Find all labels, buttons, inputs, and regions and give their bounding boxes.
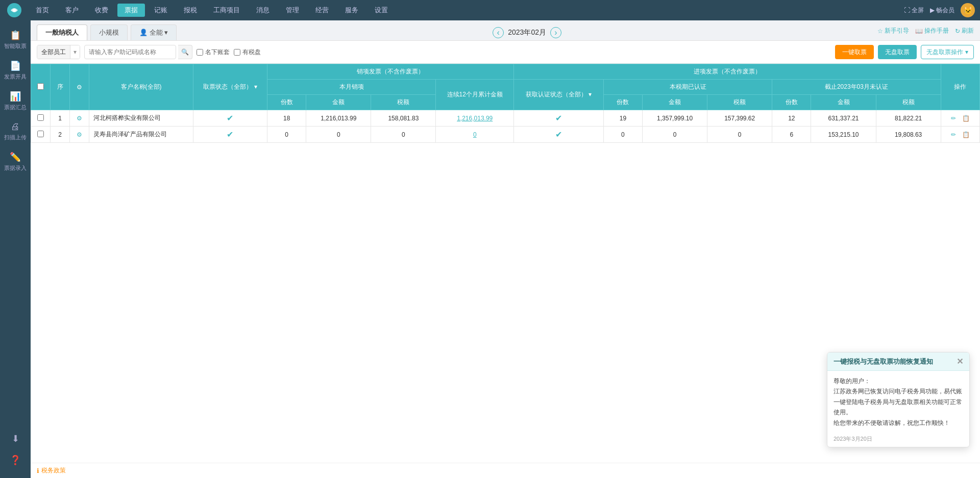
row1-detail-btn[interactable]: 📋 [962,115,970,122]
employee-label: 全部员工 [37,45,70,59]
take-status-filter-icon[interactable]: ▾ [254,83,257,90]
tab-small-scale[interactable]: 小规模 [90,24,128,40]
app-logo [5,1,23,19]
sidebar-download-btn[interactable]: ⬇ [2,429,29,448]
purchase-status-check-icon2: ✔ [555,130,562,139]
nav-invoice[interactable]: 票据 [117,4,145,17]
take-status-check-icon2: ✔ [227,130,233,139]
avatar[interactable]: 🐱 [961,3,975,17]
row2-checkbox[interactable] [37,131,44,137]
new-guide-btn[interactable]: ☆ 新手引导 [877,27,909,35]
entry-icon: ✏️ [10,152,21,163]
row2-detail-btn[interactable]: 📋 [962,131,970,138]
row2-sales-count: 0 [267,127,306,143]
refresh-btn[interactable]: ↻ 刷新 [955,27,974,35]
purchase-status-filter-icon[interactable]: ▾ [589,91,592,98]
sidebar-item-scan-upload[interactable]: 🖨 扫描上传 [2,117,29,145]
popup-header: 一键报税与无盘取票功能恢复通知 ✕ [827,353,969,371]
popup-close-btn[interactable]: ✕ [957,357,963,366]
row1-edit-btn[interactable]: ✏ [951,115,956,122]
row1-config-icon[interactable]: ⚙ [70,110,89,127]
row1-purchase-uncert-count: 12 [772,110,811,127]
search-button[interactable]: 🔍 [178,45,192,59]
nav-tax[interactable]: 报税 [177,4,204,17]
page-footer: ℹ 税务政策 [31,463,980,478]
tax-disk-checkbox-label[interactable]: 有税盘 [234,48,261,57]
row2-sales-cumulative[interactable]: 0 [436,127,514,143]
tab-general-taxpayer[interactable]: 一般纳税人 [37,24,87,40]
sidebar-item-invoice-summary[interactable]: 📊 票据汇总 [2,87,29,115]
nav-bookkeeping[interactable]: 记账 [147,4,175,17]
prev-period-btn[interactable]: ‹ [493,27,504,38]
row1-customer: 河北柯搭桦实业有限公司 [89,110,193,127]
nav-business[interactable]: 工商项目 [206,4,247,17]
nav-fee[interactable]: 收费 [88,4,115,17]
invoice-table-body: 1 ⚙ 河北柯搭桦实业有限公司 ✔ 18 1,216,013.99 158,08… [31,110,980,143]
no-disk-ticket-op-btn[interactable]: 无盘取票操作 ▾ [921,45,974,59]
th-sales-cumulative: 连续12个月累计金额 [436,80,514,110]
row2-purchase-uncert-count: 6 [772,127,811,143]
nav-settings[interactable]: 设置 [368,4,395,17]
popup-closing: 给您带来的不便敬请谅解，祝您工作顺快！ [834,418,963,428]
row2-index: 2 [51,127,70,143]
th-purchase-period-amount: 金额 [643,95,707,110]
manual-btn[interactable]: 📖 操作手册 [915,27,949,35]
nav-message[interactable]: 消息 [249,4,277,17]
row1-purchase-period-tax: 157,399.62 [707,110,772,127]
th-purchase-uncert-count: 份数 [772,95,811,110]
employee-chevron-down-icon[interactable]: ▾ [70,45,80,59]
name-account-checkbox[interactable] [197,49,203,56]
nav-operation[interactable]: 经营 [308,4,336,17]
row1-checkbox[interactable] [37,114,44,121]
toolbar: 全部员工 ▾ 🔍 名下账套 有税盘 一键取票 无盘取票 无盘取票操作 ▾ [31,41,980,64]
popup-date: 2023年3月20日 [827,433,969,447]
svg-point-1 [13,9,16,12]
th-purchase-group: 进项发票（不含作废票） [513,64,941,80]
no-disk-ticket-btn[interactable]: 无盘取票 [878,45,917,59]
th-sales-group: 销项发票（不含作废票） [267,64,514,80]
name-account-checkbox-label[interactable]: 名下账套 [197,48,230,57]
th-purchase-period: 本税期已认证 [603,80,772,95]
nav-service[interactable]: 服务 [338,4,365,17]
tax-policy-link[interactable]: ℹ 税务政策 [37,466,66,475]
th-checkbox [31,64,51,110]
th-purchase-uncert-tax: 税额 [876,95,941,110]
th-purchase-status: 获取认证状态（全部） ▾ [513,80,603,110]
employee-select[interactable]: 全部员工 ▾ [37,45,80,59]
sidebar-item-invoice-entry[interactable]: ✏️ 票据录入 [2,147,29,176]
select-all-checkbox[interactable] [37,83,44,90]
nav-manage[interactable]: 管理 [279,4,306,17]
row2-config-icon[interactable]: ⚙ [70,127,89,143]
table-row: 1 ⚙ 河北柯搭桦实业有限公司 ✔ 18 1,216,013.99 158,08… [31,110,980,127]
row1-checkbox-cell [31,110,51,127]
row1-index: 1 [51,110,70,127]
sidebar-item-invoice-issue[interactable]: 📄 发票开具 [2,56,29,85]
sidebar-help-btn[interactable]: ❓ [2,450,29,470]
nav-right-area: ⛶ 全屏 ▶ 畅会员 🐱 [904,3,975,17]
nav-home[interactable]: 首页 [29,4,56,17]
row1-sales-cumulative[interactable]: 1,216,013.99 [436,110,514,127]
guide-icon: ☆ [877,28,883,35]
take-status-check-icon: ✔ [227,114,233,122]
fullscreen-btn[interactable]: ⛶ 全屏 [904,6,924,15]
info-icon: ℹ [37,467,39,474]
next-period-btn[interactable]: › [550,27,561,38]
tab-all[interactable]: 👤 全能 ▾ [131,24,177,40]
row1-purchase-period-count: 19 [603,110,642,127]
row2-edit-btn[interactable]: ✏ [951,131,956,138]
one-click-ticket-btn[interactable]: 一键取票 [835,45,874,59]
th-operation: 操作 [941,64,979,110]
row2-take-status: ✔ [193,127,267,143]
search-icon: 🔍 [181,48,189,56]
tax-disk-checkbox[interactable] [234,49,240,56]
row2-sales-amount: 0 [306,127,371,143]
sidebar-item-smart-ticket[interactable]: 📋 智能取票 [2,26,29,54]
vip-btn[interactable]: ▶ 畅会员 [930,6,954,15]
row2-purchase-uncert-amount: 153,215.10 [811,127,876,143]
manual-icon: 📖 [915,28,923,35]
th-settings: ⚙ [70,64,89,110]
toolbar-right: 一键取票 无盘取票 无盘取票操作 ▾ [835,45,974,59]
dropdown-arrow-icon: ▾ [965,48,968,56]
nav-customer[interactable]: 客户 [58,4,86,17]
customer-search-input[interactable] [84,45,176,59]
